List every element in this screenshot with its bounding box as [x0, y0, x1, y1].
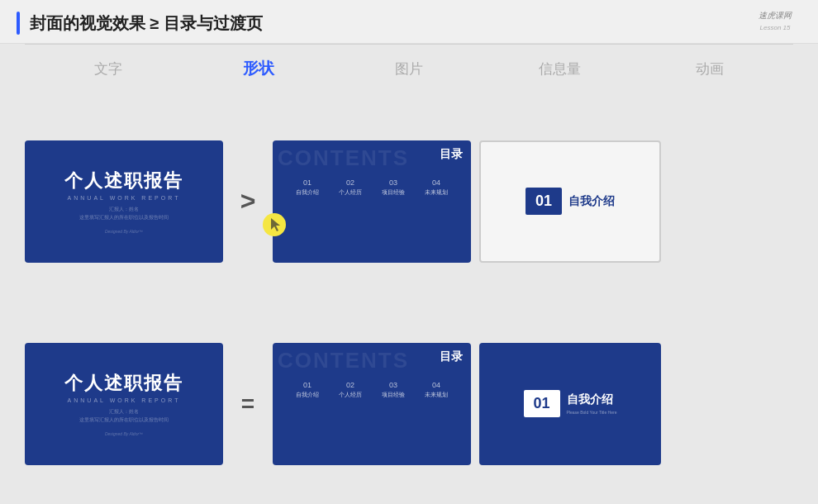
cover-info-2: 汇报人：姓名这里填写汇报人的所在职位以及报告时间: [79, 408, 169, 424]
toc-bg-text-2: CONTENTS: [278, 348, 409, 373]
section-label-2: 自我介绍: [567, 392, 617, 407]
row-equal: 个人述职报告 ANNUAL WORK REPORT 汇报人：姓名这里填写汇报人的…: [25, 308, 793, 499]
tab-shape[interactable]: 形状: [183, 53, 334, 84]
toc-num-2-1: 01: [286, 381, 329, 389]
cover-title-en-2: ANNUAL WORK REPORT: [68, 397, 181, 403]
toc-item-2-1: 01 自我介绍: [286, 381, 329, 399]
toc-item-2-4: 04 未来规划: [415, 381, 458, 399]
tab-image[interactable]: 图片: [334, 55, 484, 83]
logo-icon: 速虎课网 Lesson 15: [742, 7, 808, 38]
cover-designed-1: Designed By Aldor™: [105, 229, 143, 234]
section-slide-equal: 01 自我介绍 Please Bold Your Title Here: [479, 343, 661, 465]
cover-slide-equal: 个人述职报告 ANNUAL WORK REPORT 汇报人：姓名这里填写汇报人的…: [25, 343, 223, 465]
toc-label-2-1: 自我介绍: [286, 391, 329, 399]
toc-items-1: 01 自我介绍 02 个人经历 03 项目经验 04: [281, 178, 463, 197]
toc-bg-text-1: CONTENTS: [278, 145, 409, 171]
svg-text:速虎课网: 速虎课网: [759, 11, 792, 20]
section-num-1: 01: [526, 188, 562, 215]
toc-item-1: 01 自我介绍: [286, 178, 329, 197]
toc-item-4: 04 未来规划: [415, 178, 458, 197]
toc-label-1: 自我介绍: [286, 188, 329, 197]
toc-slide-better: CONTENTS 目录 01 自我介绍 02 个人经历 03: [273, 140, 471, 263]
tab-text[interactable]: 文字: [33, 55, 183, 83]
toc-slide-equal: CONTENTS 目录 01 自我介绍 02 个人经历 03 项目经验: [273, 343, 471, 465]
toc-label-2: 个人经历: [329, 188, 372, 197]
cover-title-cn-1: 个人述职报告: [64, 169, 183, 193]
toc-label-4: 未来规划: [415, 188, 458, 197]
section-label-1: 自我介绍: [568, 194, 615, 209]
toc-label-2-2: 个人经历: [329, 391, 372, 399]
cover-title-en-1: ANNUAL WORK REPORT: [68, 195, 181, 201]
toc-num-2-3: 03: [372, 381, 415, 389]
tab-info[interactable]: 信息量: [484, 55, 635, 83]
arrow-symbol: >: [231, 186, 264, 216]
section-num-2: 01: [524, 390, 560, 417]
equals-symbol: =: [231, 391, 264, 417]
section-subtitle-2: Please Bold Your Title Here: [567, 410, 617, 415]
toc-num-4: 04: [415, 178, 458, 187]
toc-item-2-3: 03 项目经验: [372, 381, 415, 399]
cover-designed-2: Designed By Aldor™: [105, 431, 143, 436]
svg-text:Lesson 15: Lesson 15: [760, 24, 791, 31]
main-content: 个人述职报告 ANNUAL WORK REPORT 汇报人：姓名这里填写汇报人的…: [0, 93, 818, 504]
cursor-icon: [263, 213, 286, 236]
nav-tabs: 文字 形状 图片 信息量 动画: [0, 45, 818, 93]
toc-item-3: 03 项目经验: [372, 178, 415, 197]
toc-num-3: 03: [372, 178, 415, 187]
cursor-circle: [263, 213, 286, 236]
toc-num-2-2: 02: [329, 381, 372, 389]
section-slide-better: 01 自我介绍: [479, 140, 661, 263]
toc-items-2: 01 自我介绍 02 个人经历 03 项目经验 04 未来规划: [281, 381, 463, 399]
toc-num-1: 01: [286, 178, 329, 187]
page-title: 封面的视觉效果 ≥ 目录与过渡页: [30, 12, 263, 35]
header: 封面的视觉效果 ≥ 目录与过渡页: [0, 0, 818, 44]
cover-info-1: 汇报人：姓名这里填写汇报人的所在职位以及报告时间: [79, 206, 169, 221]
cover-slide-better: 个人述职报告 ANNUAL WORK REPORT 汇报人：姓名这里填写汇报人的…: [25, 140, 223, 263]
toc-wrapper-better: CONTENTS 目录 01 自我介绍 02 个人经历 03: [273, 140, 471, 263]
header-accent: [17, 12, 20, 35]
toc-num-2-4: 04: [415, 381, 458, 389]
toc-num-2: 02: [329, 178, 372, 187]
tab-animation[interactable]: 动画: [635, 55, 785, 83]
toc-label-2-3: 项目经验: [372, 391, 415, 399]
toc-label-2-4: 未来规划: [415, 391, 458, 399]
toc-item-2: 02 个人经历: [329, 178, 372, 197]
toc-label-3: 项目经验: [372, 188, 415, 197]
logo: 速虎课网 Lesson 15: [742, 7, 808, 41]
toc-item-2-2: 02 个人经历: [329, 381, 372, 399]
row-better: 个人述职报告 ANNUAL WORK REPORT 汇报人：姓名这里填写汇报人的…: [25, 106, 793, 297]
cover-title-cn-2: 个人述职报告: [64, 371, 183, 396]
